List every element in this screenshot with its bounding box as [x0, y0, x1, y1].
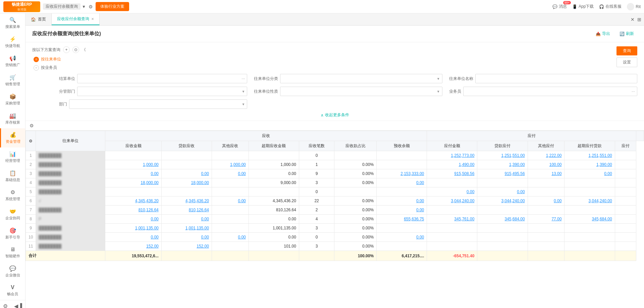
collapse-btn[interactable]: ∧ 收起更多条件: [321, 112, 349, 118]
table-cell[interactable]: 915,495.56: [477, 169, 528, 178]
sidebar-item-system[interactable]: ⚙ 系统管理: [0, 186, 25, 205]
query-btn[interactable]: 查询: [616, 46, 637, 55]
table-cell[interactable]: 4,345,436.20: [161, 196, 212, 206]
message-btn[interactable]: 💬 消息 99+: [552, 4, 567, 9]
table-cell[interactable]: 18,000.00: [161, 178, 212, 187]
table-cell[interactable]: 1,390.00: [565, 160, 615, 169]
tab-close-all-icon[interactable]: ✕: [631, 17, 635, 22]
app-download-btn[interactable]: 📱 App下载: [572, 4, 594, 9]
table-cell[interactable]: 1,000.00: [212, 160, 249, 169]
sidebar-item-operations[interactable]: 📊 经营管理: [0, 147, 25, 167]
table-cell[interactable]: 152.00: [161, 242, 212, 251]
table-cell: 0: [299, 187, 334, 196]
message-icon: 💬: [552, 4, 557, 9]
sidebar-item-collab[interactable]: 🤝 企业协同: [0, 205, 25, 224]
table-cell[interactable]: 0.00: [377, 206, 427, 215]
tab-maximize-icon[interactable]: ⊞: [637, 17, 641, 22]
division-label: 部门: [59, 101, 67, 107]
table-cell[interactable]: 0.00: [212, 196, 249, 206]
tab-home[interactable]: 🏠 首页: [25, 13, 52, 25]
table-cell[interactable]: 0.00: [212, 233, 249, 242]
table-cell[interactable]: 0.00: [105, 169, 161, 178]
table-cell[interactable]: 345,684.00: [477, 215, 528, 224]
table-cell[interactable]: 915,508.56: [427, 169, 477, 178]
refresh-btn[interactable]: 🔄 刷新: [616, 30, 637, 38]
scheme-collapse-btn[interactable]: 《: [82, 47, 86, 53]
table-cell[interactable]: 1,251,551.00: [477, 151, 528, 160]
table-cell[interactable]: 1,490.00: [427, 160, 477, 169]
sidebar-item-inventory[interactable]: 🏭 库存核算: [0, 109, 25, 128]
sidebar-item-finance[interactable]: 💰 资金管理: [0, 128, 25, 147]
sidebar-item-sales[interactable]: 🛒 销售管理: [0, 71, 25, 90]
table-cell[interactable]: 345,684.00: [565, 215, 615, 224]
export-btn[interactable]: 📤 导出: [592, 30, 613, 38]
counterparty-nature-input[interactable]: ▼: [280, 87, 442, 96]
sidebar-item-purchase[interactable]: 📦 采购管理: [0, 90, 25, 109]
table-cell[interactable]: 18,000.00: [105, 178, 161, 187]
table-cell[interactable]: 1,252,773.00: [427, 151, 477, 160]
sidebar-item-search[interactable]: 🔍 搜索菜单: [0, 13, 25, 33]
table-settings-col-icon[interactable]: ⚙: [29, 139, 33, 143]
table-settings-icon[interactable]: ⚙: [30, 123, 34, 128]
scheme-settings-btn[interactable]: ⊙: [72, 46, 79, 53]
settlement-unit-input[interactable]: ···: [77, 74, 247, 83]
counterparty-name-input[interactable]: [475, 74, 637, 83]
sidebar-item-member[interactable]: V 畅会员: [0, 281, 25, 300]
sidebar-item-wechat[interactable]: 💬 企业微信: [0, 262, 25, 281]
table-cell[interactable]: 3,044,240.00: [427, 196, 477, 206]
table-cell[interactable]: 0.00: [427, 187, 477, 196]
table-cell[interactable]: 1,001,135.00: [161, 224, 212, 233]
topbar-gear-icon[interactable]: ⚙: [89, 4, 93, 9]
sidebar-item-basic[interactable]: 📋 基础信息: [0, 167, 25, 186]
table-cell[interactable]: 1,251,551.00: [565, 151, 615, 160]
table-cell[interactable]: 0.00: [377, 196, 427, 206]
table-cell[interactable]: 2,153,333.00: [377, 169, 427, 178]
table-cell[interactable]: 1,222.00: [528, 151, 565, 160]
table-cell[interactable]: 0.00: [477, 187, 528, 196]
table-cell[interactable]: 3,044,240.00: [565, 196, 615, 206]
service-btn[interactable]: 🎧 在线客服: [599, 4, 622, 9]
table-cell: 0: [299, 151, 334, 160]
sidebar-collapse-icon[interactable]: ◀▐: [14, 303, 22, 308]
table-cell[interactable]: 655,636.75: [377, 215, 427, 224]
table-cell[interactable]: 0.00: [377, 233, 427, 242]
table-cell[interactable]: 1,390.00: [477, 160, 528, 169]
table-cell[interactable]: 13.00: [528, 169, 565, 178]
dept-input[interactable]: ▼: [77, 87, 247, 96]
table-cell[interactable]: 77.00: [528, 215, 565, 224]
user-menu[interactable]: Rit: [627, 3, 641, 10]
table-cell[interactable]: 0.00: [161, 215, 212, 224]
add-scheme-btn[interactable]: +: [63, 46, 70, 53]
salesperson-input[interactable]: ···: [463, 87, 637, 96]
table-cell[interactable]: 810,126.64: [105, 206, 161, 215]
table-cell[interactable]: 0.00: [161, 233, 212, 242]
division-input[interactable]: ▼: [69, 99, 247, 109]
table-cell[interactable]: 1,001,135.00: [105, 224, 161, 233]
table-cell[interactable]: 3,044,240.00: [477, 196, 528, 206]
table-cell[interactable]: 1,000.00: [105, 160, 161, 169]
table-cell[interactable]: 0.00: [565, 169, 615, 178]
sidebar-gear-icon[interactable]: ⚙: [3, 303, 8, 308]
solution-btn[interactable]: 体验行业方案: [96, 2, 129, 11]
tab-receivable[interactable]: 应收应付余额查询 ✕: [52, 13, 100, 25]
sidebar-item-hardware[interactable]: 🖥 智能硬件: [0, 243, 25, 262]
table-cell[interactable]: 810,126.64: [161, 206, 212, 215]
scheme-item-counterparty[interactable]: ⊙ 按往来单位: [34, 56, 637, 63]
sidebar-item-guide[interactable]: 🎯 新手引导: [0, 224, 25, 243]
sidebar-item-marketing[interactable]: 📢 营销推广: [0, 52, 25, 71]
scheme-item-salesperson[interactable]: ○ 按业务员: [34, 64, 637, 71]
table-cell[interactable]: 4,345,436.20: [105, 196, 161, 206]
table-cell[interactable]: 152.00: [105, 242, 161, 251]
table-cell[interactable]: 0.00: [528, 196, 565, 206]
sidebar-item-quick[interactable]: ⚡ 快捷导航: [0, 33, 25, 52]
tab-close-icon[interactable]: ✕: [91, 17, 94, 21]
table-cell[interactable]: 0.00: [377, 178, 427, 187]
table-cell[interactable]: 345,761.00: [427, 215, 477, 224]
table-cell[interactable]: 0.00: [105, 215, 161, 224]
table-cell[interactable]: 0.00: [212, 169, 249, 178]
counterparty-category-input[interactable]: ▼: [280, 74, 442, 83]
settings-btn[interactable]: 设置: [616, 57, 637, 67]
table-cell[interactable]: 0.00: [105, 233, 161, 242]
table-cell[interactable]: 0.00: [161, 169, 212, 178]
table-cell[interactable]: 100.00: [528, 160, 565, 169]
